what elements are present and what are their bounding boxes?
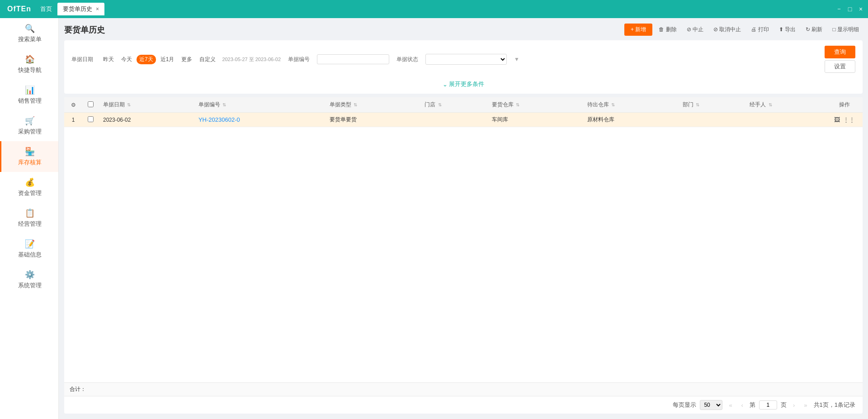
date-btn-7days[interactable]: 近7天	[137, 55, 156, 64]
sidebar-item-base-info[interactable]: 📝 基础信息	[0, 233, 58, 264]
status-dropdown-arrow: ▼	[514, 56, 519, 62]
expand-down-icon: ⌄	[443, 81, 448, 88]
main-layout: 🔍 搜索菜单 🏠 快捷导航 📊 销售管理 🛒 采购管理 🏪 库存核算 💰 资金管…	[0, 18, 868, 419]
finance-icon: 💰	[25, 177, 35, 187]
row-pending-warehouse: 原材料仓库	[583, 113, 678, 127]
search-menu-icon: 🔍	[25, 24, 35, 33]
window-close-button[interactable]: ×	[857, 5, 864, 13]
col-bill-no[interactable]: 单据编号 ⇅	[194, 97, 325, 113]
select-all-checkbox[interactable]	[88, 101, 94, 107]
table-row: 1 2023-06-02 YH-20230602-0 要货单要货 车间库 原材料…	[64, 113, 863, 127]
summary-label: 合计：	[70, 386, 86, 393]
sales-icon: 📊	[25, 85, 35, 95]
col-settings[interactable]: ⚙	[64, 97, 82, 113]
date-btn-more[interactable]: 更多	[179, 55, 195, 64]
tab-order-history[interactable]: 要货单历史 ×	[57, 3, 104, 15]
bill-no-link[interactable]: YH-20230602-0	[198, 116, 240, 123]
sidebar-item-finance[interactable]: 💰 资金管理	[0, 172, 58, 203]
table-container: ⚙ 单据日期 ⇅ 单据编号 ⇅ 单据类型 ⇅ 门店 ⇅ 要货仓库 ⇅ 待出仓库 …	[64, 97, 863, 382]
bill-no-label: 单据编号	[288, 56, 310, 63]
sidebar-item-search-menu-label: 搜索菜单	[18, 35, 42, 43]
sort-bill-no-icon: ⇅	[222, 102, 226, 107]
sidebar: 🔍 搜索菜单 🏠 快捷导航 📊 销售管理 🛒 采购管理 🏪 库存核算 💰 资金管…	[0, 18, 59, 419]
page-label: 页	[781, 401, 787, 409]
row-num: 1	[64, 113, 82, 127]
tab-close-icon[interactable]: ×	[96, 6, 99, 12]
tab-order-history-label: 要货单历史	[63, 5, 92, 13]
sidebar-item-inventory[interactable]: 🏪 库存核算	[0, 141, 58, 172]
page-number-input[interactable]	[759, 400, 777, 409]
table-header-row: ⚙ 单据日期 ⇅ 单据编号 ⇅ 单据类型 ⇅ 门店 ⇅ 要货仓库 ⇅ 待出仓库 …	[64, 97, 863, 113]
sort-department-icon: ⇅	[696, 102, 699, 107]
inventory-icon: 🏪	[25, 147, 35, 157]
toolbar: + 新增 🗑 删除 ⊘ 中止 ⊘ 取消中止 🖨 打印 ⬆ 导出 ↻ 刷新 □ 显…	[624, 24, 863, 36]
last-page-button[interactable]: »	[801, 401, 810, 409]
maximize-button[interactable]: □	[846, 5, 854, 13]
minimize-button[interactable]: －	[835, 5, 843, 13]
table-footer: 合计：	[64, 382, 863, 396]
sort-bill-date-icon: ⇅	[127, 102, 131, 107]
row-bill-type: 要货单要货	[325, 113, 420, 127]
sidebar-item-sales[interactable]: 📊 销售管理	[0, 80, 58, 110]
filter-settings-button[interactable]: 设置	[825, 60, 855, 73]
row-view-button[interactable]: 🖼	[834, 116, 840, 123]
bill-no-input[interactable]	[317, 54, 389, 64]
date-btn-today[interactable]: 今天	[118, 55, 135, 64]
prev-page-button[interactable]: ‹	[739, 401, 746, 409]
date-filter-label: 单据日期	[71, 56, 93, 63]
sidebar-item-purchase[interactable]: 🛒 采购管理	[0, 110, 58, 141]
refresh-button[interactable]: ↻ 刷新	[802, 24, 826, 35]
col-req-warehouse[interactable]: 要货仓库 ⇅	[487, 97, 583, 113]
col-pending-warehouse[interactable]: 待出仓库 ⇅	[583, 97, 678, 113]
window-controls: － □ ×	[835, 5, 864, 13]
sort-bill-type-icon: ⇅	[354, 102, 357, 107]
date-btn-custom[interactable]: 自定义	[197, 55, 218, 64]
per-page-select[interactable]: 10 20 50 100	[700, 400, 722, 410]
total-records-label: 共1页，1条记录	[814, 401, 855, 409]
date-filter-buttons: 昨天 今天 近7天 近1月 更多 自定义 2023-05-27 至 2023-0…	[100, 55, 281, 64]
per-page-label: 每页显示	[673, 401, 696, 409]
brand-logo: OfTEn	[4, 5, 35, 13]
date-btn-1month[interactable]: 近1月	[158, 55, 177, 64]
row-bill-date: 2023-06-02	[99, 113, 194, 127]
delete-button[interactable]: 🗑 删除	[655, 24, 680, 35]
top-bar: OfTEn 首页 要货单历史 × － □ ×	[0, 0, 868, 18]
row-checkbox[interactable]	[88, 116, 94, 122]
quick-nav-icon: 🏠	[25, 54, 35, 64]
export-button[interactable]: ⬆ 导出	[775, 24, 799, 35]
sidebar-item-search-menu[interactable]: 🔍 搜索菜单	[0, 18, 58, 49]
stop-button[interactable]: ⊘ 中止	[683, 24, 707, 35]
query-button[interactable]: 查询	[825, 46, 855, 58]
row-checkbox-cell[interactable]	[82, 113, 99, 127]
tab-home-label: 首页	[40, 5, 52, 13]
tab-home[interactable]: 首页	[35, 3, 57, 15]
expand-filter-label: 展开更多条件	[449, 80, 484, 88]
status-select[interactable]	[425, 54, 507, 65]
col-handler[interactable]: 经手人 ⇅	[745, 97, 826, 113]
col-bill-date[interactable]: 单据日期 ⇅	[99, 97, 194, 113]
sidebar-item-system[interactable]: ⚙️ 系统管理	[0, 264, 58, 295]
operation-icon: 📋	[25, 208, 35, 218]
col-department[interactable]: 部门 ⇅	[678, 97, 745, 113]
sidebar-item-quick-nav[interactable]: 🏠 快捷导航	[0, 49, 58, 80]
next-page-button[interactable]: ›	[790, 401, 797, 409]
row-more-button[interactable]: ⋮⋮	[843, 116, 855, 123]
table-panel: ⚙ 单据日期 ⇅ 单据编号 ⇅ 单据类型 ⇅ 门店 ⇅ 要货仓库 ⇅ 待出仓库 …	[64, 97, 863, 414]
col-bill-type[interactable]: 单据类型 ⇅	[325, 97, 420, 113]
first-page-button[interactable]: «	[726, 401, 735, 409]
sidebar-item-operation[interactable]: 📋 经营管理	[0, 203, 58, 233]
sidebar-item-purchase-label: 采购管理	[18, 128, 42, 136]
new-button[interactable]: + 新增	[624, 24, 652, 36]
col-checkbox[interactable]	[82, 97, 99, 113]
expand-filter-button[interactable]: ⌄ 展开更多条件	[443, 80, 484, 88]
row-department	[678, 113, 745, 127]
row-store	[420, 113, 487, 127]
row-bill-no: YH-20230602-0	[194, 113, 325, 127]
date-btn-yesterday[interactable]: 昨天	[100, 55, 117, 64]
print-button[interactable]: 🖨 打印	[747, 24, 772, 35]
cancel-stop-button[interactable]: ⊘ 取消中止	[710, 24, 745, 35]
row-handler	[745, 113, 826, 127]
show-detail-button[interactable]: □ 显示明细	[829, 24, 863, 35]
col-store[interactable]: 门店 ⇅	[420, 97, 487, 113]
sort-store-icon: ⇅	[438, 102, 442, 107]
